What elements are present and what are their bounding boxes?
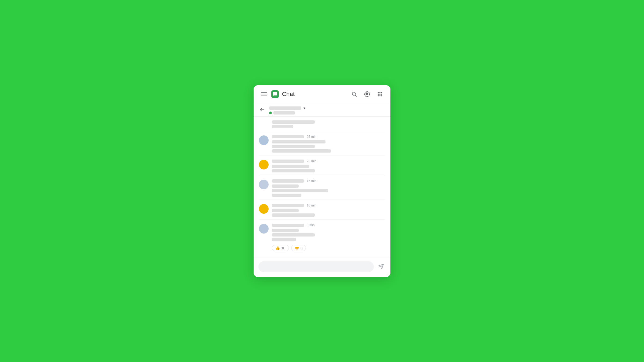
svg-rect-12 <box>381 94 382 95</box>
message-lines <box>272 140 385 153</box>
svg-rect-2 <box>261 95 267 96</box>
status-row <box>269 111 305 114</box>
thumbs-up-count: 10 <box>281 246 286 250</box>
svg-rect-9 <box>381 92 382 93</box>
dropdown-arrow-icon[interactable]: ▾ <box>303 106 305 110</box>
svg-rect-8 <box>379 92 380 93</box>
online-status-dot <box>269 112 272 114</box>
timestamp: 25 min <box>307 135 316 139</box>
avatar <box>259 204 269 214</box>
sender-name-bar <box>272 135 304 138</box>
thumbs-up-reaction[interactable]: 👍 10 <box>272 245 289 251</box>
timestamp: 5 min <box>307 223 314 227</box>
svg-rect-13 <box>378 95 379 96</box>
message-group: 10 min <box>259 200 385 220</box>
msg-line <box>272 229 299 232</box>
avatar <box>259 224 269 234</box>
svg-point-6 <box>366 93 368 95</box>
conversation-name-row: ▾ <box>269 106 305 110</box>
header-icons <box>350 90 384 98</box>
msg-line <box>272 120 315 124</box>
send-button[interactable] <box>376 262 386 271</box>
send-icon <box>378 264 384 269</box>
msg-line <box>272 238 296 241</box>
message-lines <box>272 229 385 241</box>
header-left: Chat <box>260 90 350 98</box>
first-message-block <box>259 117 385 131</box>
message-group: 15 min <box>259 175 385 200</box>
avatar <box>259 135 269 145</box>
svg-rect-11 <box>379 94 380 95</box>
msg-line <box>272 169 315 172</box>
message-header-row: 5 min <box>272 223 385 227</box>
message-lines <box>272 184 385 197</box>
timestamp: 15 min <box>307 179 316 183</box>
svg-line-5 <box>355 95 356 96</box>
avatar <box>259 180 269 189</box>
back-button[interactable] <box>258 106 266 115</box>
sub-header-content: ▾ <box>269 106 305 114</box>
message-lines <box>272 209 385 217</box>
msg-line <box>272 233 315 237</box>
msg-line <box>272 184 299 188</box>
message-lines <box>272 165 385 172</box>
svg-rect-15 <box>381 95 382 96</box>
menu-button[interactable] <box>260 90 268 98</box>
sender-name-bar <box>272 160 304 163</box>
chat-logo-icon <box>271 90 279 98</box>
svg-rect-7 <box>378 92 379 93</box>
timestamp: 10 min <box>307 204 316 207</box>
status-text-bar <box>273 111 295 114</box>
message-content: 25 min <box>272 159 385 172</box>
message-content: 5 min 👍 10 🤝 3 <box>272 223 385 252</box>
msg-line <box>272 125 293 128</box>
apps-button[interactable] <box>376 90 384 98</box>
sender-name-bar <box>272 204 304 207</box>
message-group: 25 min <box>259 131 385 156</box>
reactions-row: 👍 10 🤝 3 <box>272 243 385 252</box>
gear-icon <box>364 91 370 97</box>
avatar <box>259 160 269 169</box>
svg-rect-1 <box>261 94 267 94</box>
message-content: 10 min <box>272 204 385 217</box>
input-area <box>254 257 390 277</box>
conversation-name-bar <box>269 106 301 110</box>
message-input[interactable] <box>258 261 374 272</box>
msg-line <box>272 189 328 192</box>
sender-name-bar <box>272 224 304 227</box>
header: Chat <box>254 85 390 103</box>
message-header-row: 25 min <box>272 159 385 163</box>
handshake-reaction[interactable]: 🤝 3 <box>291 245 306 251</box>
message-content: 15 min <box>272 179 385 197</box>
back-arrow-icon <box>259 107 265 112</box>
message-content: 25 min <box>272 135 385 153</box>
sub-header: ▾ <box>254 103 390 117</box>
handshake-emoji: 🤝 <box>295 246 299 250</box>
sender-name-bar <box>272 179 304 183</box>
apps-icon <box>377 91 383 97</box>
msg-line <box>272 145 315 148</box>
app-window: Chat <box>254 85 390 277</box>
message-group: 5 min 👍 10 🤝 3 <box>259 220 385 254</box>
handshake-count: 3 <box>301 246 303 250</box>
message-header-row: 25 min <box>272 135 385 139</box>
thumbs-up-emoji: 👍 <box>275 246 280 250</box>
menu-icon <box>261 91 267 97</box>
svg-rect-10 <box>378 94 379 95</box>
msg-line <box>272 209 299 212</box>
msg-line <box>272 140 325 143</box>
search-button[interactable] <box>350 90 358 98</box>
timestamp: 25 min <box>307 159 316 163</box>
messages-area: 25 min 25 min <box>254 117 390 257</box>
app-title: Chat <box>282 91 295 98</box>
svg-rect-14 <box>379 95 380 96</box>
msg-line <box>272 213 315 217</box>
message-header-row: 10 min <box>272 204 385 207</box>
message-group: 25 min <box>259 156 385 175</box>
svg-rect-0 <box>261 92 267 93</box>
message-header-row: 15 min <box>272 179 385 183</box>
msg-line <box>272 149 331 153</box>
msg-line <box>272 165 309 168</box>
search-icon <box>351 91 357 97</box>
settings-button[interactable] <box>363 90 371 98</box>
